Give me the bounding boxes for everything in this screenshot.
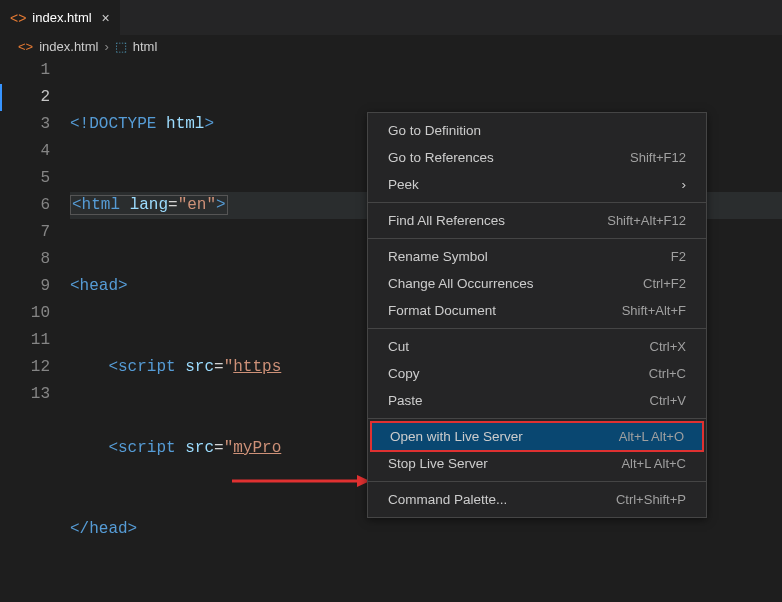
menu-shortcut: Shift+F12 <box>630 150 686 165</box>
html-file-icon: <> <box>18 39 33 54</box>
line-number: 8 <box>0 246 50 273</box>
menu-item-copy[interactable]: CopyCtrl+C <box>368 360 706 387</box>
menu-item-label: Copy <box>388 366 420 381</box>
breadcrumb-file: index.html <box>39 39 98 54</box>
line-number: 11 <box>0 327 50 354</box>
menu-shortcut: Shift+Alt+F <box>622 303 686 318</box>
menu-separator <box>368 328 706 329</box>
tab-title: index.html <box>32 10 91 25</box>
breadcrumb-symbol: html <box>133 39 158 54</box>
chevron-right-icon: › <box>104 39 108 54</box>
line-number: 3 <box>0 111 50 138</box>
line-gutter: 1 2 3 4 5 6 7 8 9 10 11 12 13 <box>0 57 70 602</box>
line-number: 12 <box>0 354 50 381</box>
menu-item-paste[interactable]: PasteCtrl+V <box>368 387 706 414</box>
menu-item-label: Go to References <box>388 150 494 165</box>
menu-item-peek[interactable]: Peek› <box>368 171 706 198</box>
gutter-marker <box>0 84 2 111</box>
menu-item-label: Peek <box>388 177 419 192</box>
line-number: 7 <box>0 219 50 246</box>
menu-item-label: Find All References <box>388 213 505 228</box>
line-number: 10 <box>0 300 50 327</box>
menu-separator <box>368 481 706 482</box>
code-line: <body> <box>70 597 782 602</box>
menu-shortcut: Shift+Alt+F12 <box>607 213 686 228</box>
menu-item-label: Change All Occurrences <box>388 276 534 291</box>
breadcrumb[interactable]: <> index.html › ⬚ html <box>0 35 782 57</box>
menu-shortcut: Ctrl+F2 <box>643 276 686 291</box>
line-number: 4 <box>0 138 50 165</box>
chevron-right-icon: › <box>682 177 687 192</box>
vertical-scrollbar[interactable] <box>768 57 782 602</box>
menu-item-command-palette[interactable]: Command Palette...Ctrl+Shift+P <box>368 486 706 513</box>
menu-shortcut: Ctrl+X <box>650 339 686 354</box>
menu-item-label: Format Document <box>388 303 496 318</box>
menu-item-go-to-references[interactable]: Go to ReferencesShift+F12 <box>368 144 706 171</box>
tab-bar: <> index.html × <box>0 0 782 35</box>
menu-item-label: Stop Live Server <box>388 456 488 471</box>
menu-shortcut: Ctrl+Shift+P <box>616 492 686 507</box>
menu-item-label: Open with Live Server <box>390 429 523 444</box>
menu-separator <box>368 418 706 419</box>
html-file-icon: <> <box>10 10 26 26</box>
line-number: 9 <box>0 273 50 300</box>
menu-item-open-with-live-server[interactable]: Open with Live ServerAlt+L Alt+O <box>370 421 704 452</box>
menu-item-go-to-definition[interactable]: Go to Definition <box>368 117 706 144</box>
menu-separator <box>368 238 706 239</box>
menu-shortcut: Alt+L Alt+C <box>621 456 686 471</box>
menu-item-stop-live-server[interactable]: Stop Live ServerAlt+L Alt+C <box>368 450 706 477</box>
line-number: 2 <box>0 84 50 111</box>
menu-shortcut: Ctrl+V <box>650 393 686 408</box>
menu-shortcut: Ctrl+C <box>649 366 686 381</box>
annotation-arrow <box>232 471 372 491</box>
menu-item-cut[interactable]: CutCtrl+X <box>368 333 706 360</box>
menu-item-format-document[interactable]: Format DocumentShift+Alt+F <box>368 297 706 324</box>
line-number: 6 <box>0 192 50 219</box>
code-line: </head> <box>70 516 782 543</box>
menu-item-find-all-references[interactable]: Find All ReferencesShift+Alt+F12 <box>368 207 706 234</box>
tab-index-html[interactable]: <> index.html × <box>0 0 120 35</box>
menu-item-rename-symbol[interactable]: Rename SymbolF2 <box>368 243 706 270</box>
menu-item-label: Paste <box>388 393 423 408</box>
menu-item-label: Go to Definition <box>388 123 481 138</box>
menu-item-change-all-occurrences[interactable]: Change All OccurrencesCtrl+F2 <box>368 270 706 297</box>
menu-item-label: Rename Symbol <box>388 249 488 264</box>
menu-item-label: Command Palette... <box>388 492 507 507</box>
menu-item-label: Cut <box>388 339 409 354</box>
line-number: 1 <box>0 57 50 84</box>
close-icon[interactable]: × <box>102 10 110 26</box>
context-menu: Go to DefinitionGo to ReferencesShift+F1… <box>367 112 707 518</box>
menu-shortcut: Alt+L Alt+O <box>619 429 684 444</box>
menu-separator <box>368 202 706 203</box>
line-number: 13 <box>0 381 50 408</box>
line-number: 5 <box>0 165 50 192</box>
html-tag-icon: ⬚ <box>115 39 127 54</box>
menu-shortcut: F2 <box>671 249 686 264</box>
